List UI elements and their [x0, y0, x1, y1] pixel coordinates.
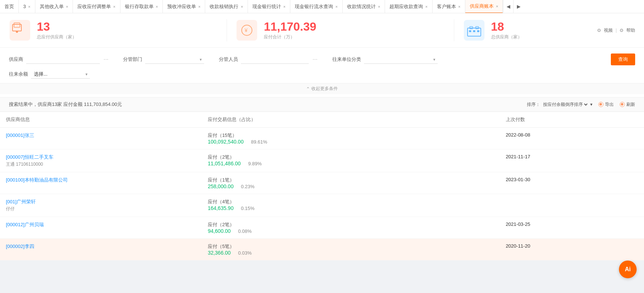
export-button[interactable]: 导出 — [598, 101, 614, 108]
nav-tab-3-label: 3 — [23, 4, 26, 9]
nav-arrow-left[interactable]: ◀ — [503, 0, 513, 13]
nav-tab-overdue[interactable]: 超期应收款查询 × — [385, 0, 432, 13]
sort-control[interactable]: 排序： 按应付余额倒序排序 ▾ — [527, 101, 592, 108]
tx-amount[interactable]: 32,366.00 — [208, 250, 231, 256]
stat-label-total-suppliers: 总供应商（家） — [491, 34, 522, 40]
supplier-link[interactable]: [000002]李四 — [6, 244, 34, 249]
nav-tab-cash-flow[interactable]: 现金银行流水查询 × — [290, 0, 342, 13]
category-label: 往来单位分类 — [332, 56, 361, 63]
collapse-label: 收起更多条件 — [311, 86, 338, 92]
refresh-button[interactable]: 刷新 — [620, 101, 635, 108]
supplier-link[interactable]: [001]广州荣轩 — [6, 199, 36, 204]
sort-select[interactable]: 按应付余额倒序排序 — [542, 101, 589, 107]
top-navigation: 首页 3 × 其他收入单 × 应收应付调整单 × 银行存取款单 × 预收冲应收单… — [0, 0, 644, 13]
nav-tab-cash-stats[interactable]: 现金银行统计 × — [248, 0, 290, 13]
table-row: [000001]张三应付（15笔）100,092,540.0089.61%202… — [0, 128, 644, 149]
dept-label: 分管部门 — [123, 56, 142, 63]
stat-block-total-suppliers: 18 总供应商（家） — [463, 19, 597, 41]
tx-amount[interactable]: 11,051,486.00 — [208, 161, 241, 166]
last-payment-date: 2021-03-25 — [500, 217, 644, 239]
close-icon[interactable]: × — [425, 4, 427, 9]
nav-arrow-right[interactable]: ▶ — [513, 0, 524, 13]
svg-rect-13 — [473, 30, 475, 32]
tx-label: 应付（2笔） — [208, 221, 494, 228]
help-link[interactable]: 帮助 — [626, 27, 635, 34]
last-payment-date: 2023-01-30 — [500, 172, 644, 194]
export-label: 导出 — [605, 101, 614, 108]
video-link[interactable]: 视频 — [604, 27, 613, 34]
filter-category: 往来单位分类 — [332, 55, 438, 64]
nav-tab-home[interactable]: 首页 — [0, 0, 19, 13]
balance-select[interactable]: 选择... — [31, 70, 90, 79]
stat-label-payable-suppliers: 总应付供应商（家） — [37, 34, 77, 40]
close-icon[interactable]: × — [335, 4, 337, 9]
close-icon[interactable]: × — [198, 4, 200, 9]
nav-tab-advance[interactable]: 预收冲应收单 × — [163, 0, 205, 13]
th-last-payment: 上次付数 — [500, 112, 644, 128]
stat-value-payable-total: 11,170.39 — [264, 21, 316, 32]
nav-tab-other-income[interactable]: 其他收入单 × — [35, 0, 73, 13]
nav-tab-customer-ledger[interactable]: 客户账本 × — [433, 0, 465, 13]
nav-tab-adjustment[interactable]: 应收应付调整单 × — [73, 0, 120, 13]
supplier-link[interactable]: [000007]恒旺二手叉车 — [6, 154, 53, 160]
person-dots[interactable]: ··· — [312, 56, 317, 63]
collapse-icon: ⌃ — [306, 86, 310, 92]
svg-text:¥: ¥ — [244, 27, 248, 33]
query-button[interactable]: 查询 — [611, 54, 635, 65]
close-icon[interactable]: × — [283, 4, 286, 9]
nav-tab-bank-deposit[interactable]: 银行存取款单 × — [120, 0, 163, 13]
supplier-input[interactable] — [26, 55, 100, 64]
close-icon[interactable]: × — [458, 4, 461, 9]
stats-header: 13 总应付供应商（家） ¥ 11,170.39 应付合计（万） — [0, 13, 644, 48]
stat-value-payable-suppliers: 13 — [37, 21, 77, 32]
supplier-sub: 仔仔 — [6, 206, 196, 212]
nav-tab-collection[interactable]: 收款核销执行 × — [205, 0, 248, 13]
nav-tab-payment-stats[interactable]: 收款情况统计 × — [343, 0, 385, 13]
sort-chevron-icon: ▾ — [590, 102, 592, 107]
supplier-link[interactable]: [000100]本特勤油品有限公司 — [6, 177, 68, 183]
separator: | — [616, 28, 617, 33]
stat-info-3: 18 总供应商（家） — [491, 21, 522, 40]
tx-amount[interactable]: 94,600.00 — [208, 228, 231, 234]
nav-tab-cash-stats-label: 现金银行统计 — [252, 3, 281, 10]
tx-amount[interactable]: 164,635.90 — [208, 205, 234, 211]
close-icon[interactable]: × — [113, 4, 115, 9]
tx-amount[interactable]: 258,000.00 — [208, 183, 234, 189]
nav-tab-supplier-ledger[interactable]: 供应商账本 × — [465, 0, 503, 13]
right-tools: 排序： 按应付余额倒序排序 ▾ 导出 刷新 — [527, 101, 635, 108]
supplier-link[interactable]: [000012]广州贝瑞 — [6, 222, 44, 227]
table-body: [000001]张三应付（15笔）100,092,540.0089.61%202… — [0, 128, 644, 261]
dept-select[interactable] — [145, 55, 204, 64]
supplier-link[interactable]: [000001]张三 — [6, 132, 34, 138]
person-input[interactable] — [241, 55, 309, 64]
close-icon[interactable]: × — [156, 4, 158, 9]
close-icon[interactable]: × — [241, 4, 243, 9]
stat-block-payable-total: ¥ 11,170.39 应付合计（万） — [236, 19, 454, 41]
tx-label: 应付（1笔） — [208, 177, 494, 183]
tx-amount[interactable]: 100,092,540.00 — [208, 139, 244, 145]
nav-tab-3[interactable]: 3 × — [19, 0, 35, 13]
table-row: [000100]本特勤油品有限公司应付（1笔）258,000.000.23%20… — [0, 172, 644, 194]
result-summary: 搜索结果中，供应商13家 应付金额 111,703,854.00元 — [9, 101, 122, 108]
collapse-bar[interactable]: ⌃ 收起更多条件 — [0, 83, 644, 94]
supplier-table: 供应商信息 应付交易信息（占比） 上次付数 [000001]张三应付（15笔）1… — [0, 112, 644, 261]
close-icon[interactable]: × — [66, 4, 68, 9]
category-select[interactable] — [364, 55, 438, 64]
table-row: [000012]广州贝瑞应付（2笔）94,600.000.08%2021-03-… — [0, 217, 644, 239]
close-icon[interactable]: × — [28, 4, 30, 9]
tx-pct: 0.15% — [241, 206, 255, 211]
filter-area: 供应商 ··· 分管部门 分管人员 ··· 往来单位分类 — [0, 48, 644, 97]
last-payment-date: 2021-11-17 — [500, 149, 644, 172]
supplier-dots[interactable]: ··· — [104, 56, 108, 63]
close-icon[interactable]: × — [378, 4, 380, 9]
tx-label: 应付（2笔） — [208, 154, 494, 161]
stat-block-suppliers-payable: 13 总应付供应商（家） — [9, 19, 227, 41]
close-icon[interactable]: × — [496, 4, 498, 8]
refresh-icon — [620, 102, 625, 107]
table-row: [000002]李四应付（5笔）32,366.000.03%2020-11-20 — [0, 239, 644, 261]
svg-rect-14 — [477, 30, 479, 32]
export-icon — [598, 102, 603, 107]
sort-label: 排序： — [527, 101, 540, 108]
table-header: 供应商信息 应付交易信息（占比） 上次付数 — [0, 112, 644, 128]
supplier-label: 供应商 — [9, 56, 23, 63]
